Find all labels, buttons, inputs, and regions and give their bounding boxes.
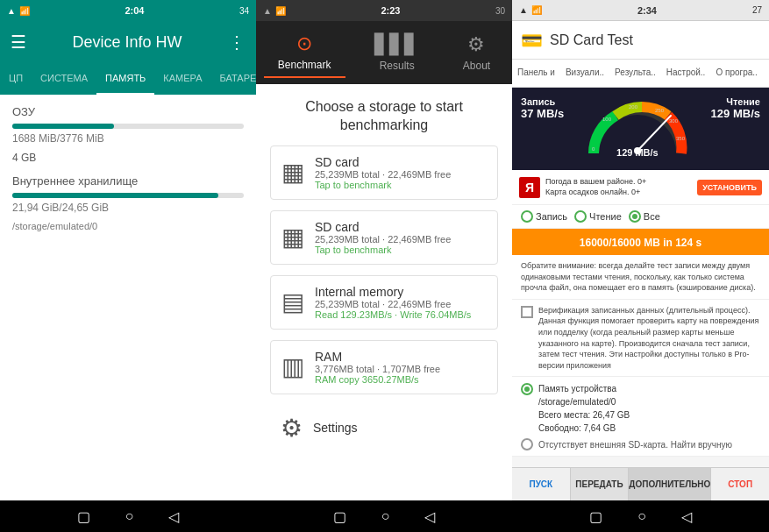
ram-progress-fill <box>12 124 114 129</box>
benchmark-tab-label: Benchmark <box>278 59 331 71</box>
wifi-icon-2: ▲ <box>263 6 272 16</box>
statusbar-time-3: 2:34 <box>637 5 657 16</box>
internal-memory-icon: ▤ <box>281 287 304 316</box>
statusbar-left-icons: ▲ 📶 <box>7 6 30 16</box>
subtab-panel[interactable]: Панель и <box>512 60 560 87</box>
gauge-write-label: Запись <box>521 96 555 107</box>
svg-text:300: 300 <box>669 118 679 124</box>
statusbar2-left: ▲ 📶 <box>263 6 286 16</box>
storage-item-ram[interactable]: ▥ RAM 3,776MB total · 1,707MB free RAM c… <box>270 340 498 394</box>
gauge-section: Запись 37 MB/s <box>512 88 769 170</box>
ram-speed: RAM copy 3650.27MB/s <box>315 374 440 385</box>
ram-name: RAM <box>315 350 440 364</box>
radio-write-label: Запись <box>536 211 567 222</box>
ram-info: RAM 3,776MB total · 1,707MB free RAM cop… <box>315 350 440 385</box>
nav-bar-3: ▢ ○ ◁ <box>512 500 769 532</box>
toolbar-3: 💳 SD Card Test <box>512 21 769 60</box>
svg-line-0 <box>637 116 671 151</box>
ad-banner: Я Погода в вашем районе. 0+ Карта осадко… <box>512 170 769 205</box>
radio-all[interactable]: Все <box>629 210 660 223</box>
tab-cpu[interactable]: ЦП <box>0 63 32 95</box>
gauge-center-speed: 129 MB/s <box>616 147 659 158</box>
nav-back-icon-3[interactable]: ◁ <box>681 508 692 525</box>
storage-item-sd1[interactable]: ▦ SD card 25,239MB total · 22,469MB free… <box>270 145 498 200</box>
tab-benchmark[interactable]: ⊙ Benchmark <box>264 27 345 78</box>
subtab-results[interactable]: Результа.. <box>609 60 661 87</box>
subtab-settings[interactable]: Настрой.. <box>661 60 711 87</box>
nav-home-icon[interactable]: ○ <box>125 508 134 524</box>
tab-camera[interactable]: КАМЕРА <box>154 63 210 95</box>
choose-storage-title: Choose a storage to start benchmarking <box>270 98 498 135</box>
start-button[interactable]: ПУСК <box>512 468 571 500</box>
nav-home-icon-2[interactable]: ○ <box>381 508 390 524</box>
wifi-icon-3: ▲ <box>519 5 528 15</box>
panel-sdcard-test: ▲ 📶 2:34 27 💳 SD Card Test Панель и Визу… <box>512 0 769 532</box>
internal-usage-label: 21,94 GiB/24,65 GiB <box>12 202 244 214</box>
sd-card-icon-1: ▦ <box>281 158 304 187</box>
radio-dot-all <box>629 210 641 223</box>
sd-card-2-action: Tap to benchmark <box>315 245 451 255</box>
ram-progress-bar <box>12 124 244 129</box>
extra-button[interactable]: ДОПОЛНИТЕЛЬНО <box>629 468 711 500</box>
radio-read-label: Чтение <box>589 211 622 222</box>
statusbar3-left: ▲ 📶 <box>519 5 542 15</box>
signal-icon-3: 📶 <box>531 5 542 15</box>
nav-home-icon-3[interactable]: ○ <box>637 508 646 524</box>
settings-item[interactable]: ⚙ Settings <box>270 405 498 451</box>
radio-read[interactable]: Чтение <box>574 210 622 223</box>
ram-title: ОЗУ <box>12 105 244 118</box>
signal-icon-2: 📶 <box>275 6 286 16</box>
statusbar-1: ▲ 📶 2:04 34 <box>0 0 256 21</box>
bottom-buttons: ПУСК ПЕРЕДАТЬ ДОПОЛНИТЕЛЬНО СТОП <box>512 467 769 500</box>
panel-device-info: ▲ 📶 2:04 34 ☰ Device Info HW ⋮ ЦП СИСТЕМ… <box>0 0 256 532</box>
hamburger-icon[interactable]: ☰ <box>11 32 26 53</box>
battery-3: 27 <box>752 5 762 15</box>
nav-back-icon-2[interactable]: ◁ <box>424 508 435 525</box>
tab-system[interactable]: СИСТЕМА <box>32 63 96 95</box>
statusbar3-right: 27 <box>752 5 762 15</box>
device-radio-1 <box>521 383 533 395</box>
subtab-about[interactable]: О програ.. <box>710 60 762 87</box>
panel1-tabbar: ЦП СИСТЕМА ПАМЯТЬ КАМЕРА БАТАРЕ <box>0 63 256 95</box>
nav-square-icon-3[interactable]: ▢ <box>589 508 602 525</box>
statusbar-2: ▲ 📶 2:23 30 <box>256 0 512 21</box>
transfer-button[interactable]: ПЕРЕДАТЬ <box>571 468 630 500</box>
panel1-content: ОЗУ 1688 MiB/3776 MiB 4 GB Внутреннее хр… <box>0 95 256 500</box>
nav-back-icon[interactable]: ◁ <box>168 508 179 525</box>
tab-about[interactable]: ⚙ About <box>449 28 504 77</box>
gauge-read-label: Чтение <box>726 96 760 107</box>
panel2-tabbar: ⊙ Benchmark ▋▋▋ Results ⚙ About <box>256 21 512 84</box>
panel3-subtabbar: Панель и Визуали.. Результа.. Настрой.. … <box>512 60 769 88</box>
results-icon: ▋▋▋ <box>374 33 419 56</box>
tab-memory[interactable]: ПАМЯТЬ <box>96 63 154 95</box>
verify-checkbox[interactable] <box>521 306 533 318</box>
ad-install-button[interactable]: УСТАНОВИТЬ <box>697 180 762 195</box>
sd-card-2-details: 25,239MB total · 22,469MB free <box>315 234 451 245</box>
statusbar-time-2: 2:23 <box>381 5 400 16</box>
tab-results[interactable]: ▋▋▋ Results <box>360 28 433 77</box>
device-option-2[interactable]: Отсутствует внешняя SD-карта. Найти вруч… <box>521 438 760 450</box>
nav-square-icon-2[interactable]: ▢ <box>333 508 346 525</box>
gauge-read-speed: 129 MB/s <box>711 107 760 120</box>
storage-item-sd2[interactable]: ▦ SD card 25,239MB total · 22,469MB free… <box>270 210 498 265</box>
device-option-1[interactable]: Память устройства /storage/emulated/0 Вс… <box>521 382 760 435</box>
gauge-write-speed: 37 MB/s <box>521 107 564 120</box>
device-radio-2 <box>521 438 533 450</box>
tab-battery[interactable]: БАТАРЕ <box>211 63 256 95</box>
storage-item-internal[interactable]: ▤ Internal memory 25,239MB total · 22,46… <box>270 275 498 330</box>
nav-square-icon[interactable]: ▢ <box>77 508 90 525</box>
subtab-visual[interactable]: Визуали.. <box>560 60 609 87</box>
statusbar2-right: 30 <box>495 6 505 16</box>
stop-button[interactable]: СТОП <box>711 468 769 500</box>
nav-bar-2: ▢ ○ ◁ <box>256 500 512 532</box>
sd-card-icon-2: ▦ <box>281 223 304 252</box>
ram-icon: ▥ <box>281 352 304 381</box>
svg-text:100: 100 <box>602 117 612 122</box>
radio-dot-write <box>521 210 533 223</box>
radio-write[interactable]: Запись <box>521 210 567 223</box>
panel-benchmark: ▲ 📶 2:23 30 ⊙ Benchmark ▋▋▋ Results ⚙ Ab… <box>256 0 512 532</box>
svg-text:200: 200 <box>629 104 638 110</box>
overflow-menu-icon[interactable]: ⋮ <box>228 32 246 53</box>
benchmark-icon: ⊙ <box>296 32 312 55</box>
internal-memory-details: 25,239MB total · 22,469MB free <box>315 299 471 309</box>
